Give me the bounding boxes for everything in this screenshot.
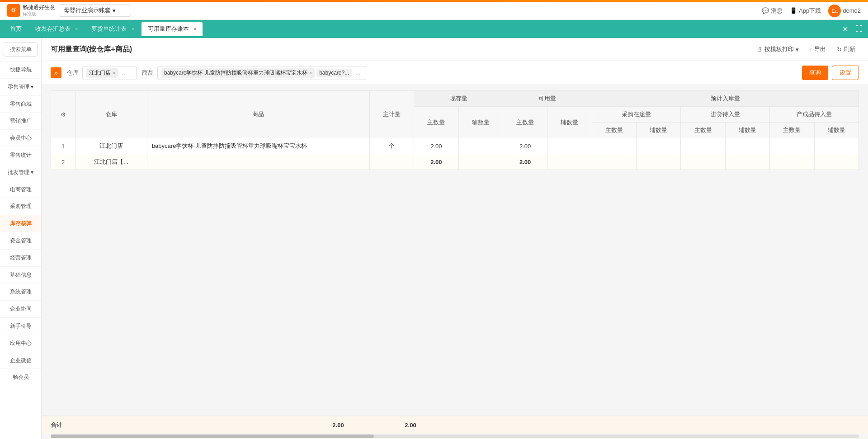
sidebar-item-ecommerce[interactable]: 电商管理 <box>0 181 41 198</box>
company-name: 母婴行业演示账套 <box>64 6 111 14</box>
sidebar-item-member[interactable]: 会员中心 <box>0 130 41 147</box>
gear-column-header[interactable]: ⚙ <box>51 91 75 138</box>
warehouse-tag: 江北门店 × <box>86 68 118 78</box>
user-menu[interactable]: Ea demo2 <box>828 5 861 17</box>
warehouse-filter-group: 仓库 江北门店 × ... <box>67 66 137 80</box>
row1-warehouse: 江北门店 <box>75 138 147 154</box>
warehouse-input[interactable]: 江北门店 × ... <box>82 66 137 80</box>
row2-stock-main: 2.00 <box>414 154 458 170</box>
chevron-down-icon: ▾ <box>113 7 116 14</box>
sidebar-item-wholesale[interactable]: 批发管理 ▾ <box>0 164 41 181</box>
purchase-group-header: 采购在途量 <box>592 107 681 123</box>
search-menu-button[interactable]: 搜索菜单 <box>4 42 38 57</box>
row1-avail-main: 2.00 <box>503 138 547 154</box>
print-icon: 🖨 <box>757 46 763 53</box>
app-download-button[interactable]: 📱 App下载 <box>790 7 821 15</box>
content-area: 可用量查询(按仓库+商品) 🖨 按模板打印 ▾ ↑ 导出 ↻ 刷新 » <box>42 38 868 439</box>
tab-home[interactable]: 首页 <box>4 22 28 36</box>
row2-stock-aux <box>458 154 503 170</box>
sidebar-item-wechat[interactable]: 企业微信 <box>0 352 41 369</box>
avail-main-header: 主数量 <box>503 107 547 138</box>
incoming-aux-header: 辅数量 <box>725 123 769 138</box>
top-bar: 好 畅捷通好生意 标准版 母婴行业演示账套 ▾ 💬 消息 📱 App下载 Ea … <box>0 2 868 20</box>
refresh-button[interactable]: ↻ 刷新 <box>833 43 859 55</box>
stock-aux-header: 辅数量 <box>458 107 503 138</box>
tab-receivable[interactable]: 收发存汇总表 × <box>29 22 84 36</box>
tab-order[interactable]: 要货单统计表 × <box>85 22 140 36</box>
message-icon: 💬 <box>762 7 769 14</box>
sidebar-item-marketing[interactable]: 营销推广 <box>0 113 41 130</box>
row1-purchase-aux <box>637 138 681 154</box>
table-row: 2 江北门店【... 2.00 2.00 <box>51 154 859 170</box>
warehouse-more[interactable]: ... <box>120 70 128 76</box>
product-column-header: 商品 <box>147 91 369 138</box>
row2-avail-aux <box>547 154 592 170</box>
sidebar-item-basics[interactable]: 基础信息 <box>0 267 41 284</box>
query-button[interactable]: 查询 <box>802 66 828 80</box>
close-tab-receivable[interactable]: × <box>75 26 78 32</box>
row1-product: babycare学饮杯 儿童防摔防撞吸管杯重力球吸嘴杯宝宝水杯 <box>147 138 369 154</box>
footer-row: 合计 2.00 2.00 <box>51 421 859 429</box>
row2-incoming-aux <box>725 154 769 170</box>
footer-avail-main: 2.00 <box>392 422 429 429</box>
purchase-aux-header: 辅数量 <box>637 123 681 138</box>
sidebar: 搜索菜单 快捷导航 零售管理 ▾ 零售商城 营销推广 会员中心 零售统计 批发管… <box>0 38 42 439</box>
logo-text: 畅捷通好生意 <box>23 4 55 10</box>
warehouse-label: 仓库 <box>67 69 79 77</box>
main-layout: 搜索菜单 快捷导航 零售管理 ▾ 零售商城 营销推广 会员中心 零售统计 批发管… <box>0 38 868 439</box>
sidebar-item-system[interactable]: 系统管理 <box>0 283 41 301</box>
tab-receivable-label: 收发存汇总表 <box>35 25 71 33</box>
scrollbar-area <box>42 434 868 439</box>
row1-production-aux <box>814 138 859 154</box>
settings-button[interactable]: 设置 <box>832 66 859 80</box>
company-select[interactable]: 母婴行业演示账套 ▾ <box>59 4 131 17</box>
stock-group-header: 现存量 <box>414 91 503 107</box>
page-header: 可用量查询(按仓库+商品) 🖨 按模板打印 ▾ ↑ 导出 ↻ 刷新 <box>42 38 868 61</box>
print-button[interactable]: 🖨 按模板打印 ▾ <box>753 43 802 55</box>
production-aux-header: 辅数量 <box>814 123 859 138</box>
sidebar-item-app-center[interactable]: 应用中心 <box>0 335 41 352</box>
export-button[interactable]: ↑ 导出 <box>806 43 830 55</box>
sidebar-item-inventory[interactable]: 库存核算 <box>0 215 41 232</box>
row1-index: 1 <box>51 138 75 154</box>
sidebar-search-area: 搜索菜单 <box>0 38 41 61</box>
product-input[interactable]: babycare学饮杯 儿童防摔防撞吸管杯重力球吸嘴杯宝宝水杯 × babyca… <box>157 66 366 80</box>
top-bar-left: 好 畅捷通好生意 标准版 母婴行业演示账套 ▾ <box>7 4 131 17</box>
logo-icon: 好 <box>7 4 20 17</box>
filter-toggle-button[interactable]: » <box>51 67 61 78</box>
row1-stock-aux <box>458 138 503 154</box>
data-table: ⚙ 仓库 商品 主计量 现存量 可用量 预计入库量 主数量 辅数量 主数量 辅数… <box>51 90 859 170</box>
message-button[interactable]: 💬 消息 <box>762 7 783 15</box>
app-download-label: App下载 <box>799 7 821 15</box>
refresh-icon: ↻ <box>837 46 842 53</box>
logo-sub: 标准版 <box>23 11 55 17</box>
incoming-main-header: 主数量 <box>681 123 725 138</box>
remove-product-tag-1[interactable]: × <box>309 70 312 76</box>
scrollbar-thumb[interactable] <box>51 434 374 438</box>
sidebar-item-quick-nav[interactable]: 快捷导航 <box>0 61 41 79</box>
sidebar-item-finance[interactable]: 资金管理 <box>0 232 41 250</box>
close-all-tabs[interactable]: ✕ <box>840 23 850 35</box>
sidebar-item-retail-mgmt[interactable]: 零售管理 ▾ <box>0 79 41 96</box>
chevron-print-icon: ▾ <box>796 46 799 53</box>
row2-purchase-main <box>592 154 636 170</box>
sidebar-item-purchase[interactable]: 采购管理 <box>0 198 41 215</box>
row2-production-aux <box>814 154 859 170</box>
remove-warehouse-tag[interactable]: × <box>113 70 115 76</box>
product-tag-2-value: babycare?... <box>319 70 349 76</box>
close-tab-available[interactable]: × <box>193 26 196 32</box>
sidebar-item-retail-stats[interactable]: 零售统计 <box>0 147 41 164</box>
close-tab-order[interactable]: × <box>131 26 134 32</box>
sidebar-item-retail-mall[interactable]: 零售商城 <box>0 96 41 113</box>
sidebar-item-member2[interactable]: 畅会员 <box>0 369 41 386</box>
refresh-label: 刷新 <box>844 45 855 53</box>
production-group-header: 产成品待入量 <box>770 107 859 123</box>
product-more[interactable]: ... <box>354 70 362 76</box>
sidebar-item-operations[interactable]: 经营管理 <box>0 250 41 267</box>
sidebar-item-collaboration[interactable]: 企业协同 <box>0 301 41 318</box>
sidebar-item-newbie[interactable]: 新手引导 <box>0 318 41 335</box>
fullscreen-btn[interactable]: ⛶ <box>854 23 864 35</box>
avatar-text: Ea <box>832 8 838 14</box>
tab-available[interactable]: 可用量库存账本 × <box>142 22 203 36</box>
scrollbar-track <box>51 434 859 438</box>
